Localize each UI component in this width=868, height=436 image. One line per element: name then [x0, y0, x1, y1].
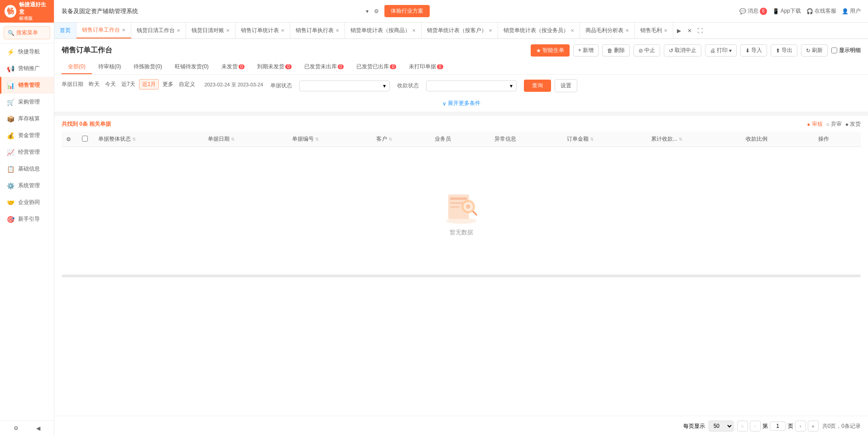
sidebar-item-purchase[interactable]: 🛒 采购管理: [0, 94, 54, 110]
query-button[interactable]: 查询: [524, 80, 551, 92]
sidebar-item-guide[interactable]: 🎯 新手引导: [0, 211, 54, 227]
delete-button[interactable]: 🗑 删除: [602, 44, 630, 57]
sort-collected-icon[interactable]: ⇅: [679, 137, 682, 142]
sub-tab-not-shipped[interactable]: 未发货0: [215, 60, 251, 74]
tab-close-sales-exec[interactable]: ✕: [336, 28, 339, 33]
horizontal-scrollbar[interactable]: [62, 275, 861, 277]
col-settings[interactable]: ⚙: [62, 132, 76, 147]
col-checkbox: [76, 132, 94, 147]
sub-tab-pending-review[interactable]: 待审核(0): [92, 60, 128, 74]
sidebar-item-quick-nav[interactable]: ⚡ 快捷导航: [0, 43, 54, 60]
tab-close-cash-reconcile[interactable]: ✕: [226, 28, 230, 33]
status-select[interactable]: ▾: [299, 81, 390, 91]
page-actions: ★ 智能生单 + 新增 🗑 删除 ⊘ 中止 ↺ 取消中止: [531, 44, 861, 57]
page-first-button[interactable]: «: [737, 421, 748, 431]
stop-button[interactable]: ⊘ 中止: [633, 44, 660, 57]
sort-status-icon[interactable]: ⇅: [132, 137, 136, 142]
solution-button[interactable]: 体验行业方案: [384, 5, 430, 17]
sidebar-item-inventory[interactable]: 📦 库存核算: [0, 110, 54, 127]
sort-customer-icon[interactable]: ⇅: [388, 137, 392, 142]
tab-close-sales-summary-customer[interactable]: ✕: [489, 28, 492, 33]
tab-sales-workbench[interactable]: 销售订单工作台 ✕: [77, 23, 131, 38]
tab-close-cash-daily[interactable]: ✕: [177, 28, 180, 33]
show-detail-checkbox[interactable]: [831, 47, 837, 53]
shortcut-more[interactable]: 更多: [161, 80, 175, 89]
sub-tab-pending-pick[interactable]: 待拣验货(0): [127, 60, 168, 74]
sidebar-settings-button[interactable]: ⚙: [14, 425, 19, 431]
tab-sales-summary-staff[interactable]: 销货单统计表（按业务员） ✕: [498, 23, 580, 38]
search-menu-button[interactable]: 🔍 搜索菜单: [4, 26, 50, 39]
shortcut-1month[interactable]: 近1月: [139, 79, 159, 90]
sidebar-item-system[interactable]: ⚙️ 系统管理: [0, 177, 54, 194]
shortcut-today[interactable]: 今天: [103, 80, 118, 89]
shortcut-yesterday[interactable]: 昨天: [87, 80, 101, 89]
import-button[interactable]: ⬇ 导入: [740, 44, 767, 57]
sort-amount-icon[interactable]: ⇅: [590, 137, 594, 142]
shortcut-custom[interactable]: 自定义: [177, 80, 197, 89]
sort-number-icon[interactable]: ⇅: [315, 137, 319, 142]
tab-sales-exec[interactable]: 销售订单执行表 ✕: [290, 23, 345, 38]
sub-tab-all[interactable]: 全部(0): [62, 60, 92, 74]
sidebar-collapse-button[interactable]: ◀: [36, 425, 40, 431]
show-detail-checkbox-label[interactable]: 显示明细: [831, 47, 861, 54]
app-download-button[interactable]: 📱 App下载: [772, 7, 801, 15]
tab-product-margin[interactable]: 商品毛利分析表 ✕: [580, 23, 635, 38]
search-icon: 🔍: [8, 30, 14, 36]
select-all-checkbox[interactable]: [82, 136, 88, 142]
refresh-button[interactable]: ↻ 刷新: [801, 44, 828, 57]
sub-tab-expired-not-shipped[interactable]: 到期未发货0: [251, 60, 298, 74]
shortcut-7days[interactable]: 近7天: [120, 80, 137, 89]
tab-close-sales-summary-product[interactable]: ✕: [412, 28, 416, 33]
sub-tab-wangpu-pending[interactable]: 旺铺待发货(0): [168, 60, 215, 74]
page-number-input[interactable]: [770, 422, 786, 431]
tab-close-sales-profit[interactable]: ✕: [664, 28, 667, 33]
batch-review-button[interactable]: ● 审核: [807, 120, 822, 128]
guide-icon: 🎯: [7, 216, 14, 223]
tab-cash-daily[interactable]: 钱货日清工作台 ✕: [131, 23, 186, 38]
per-page-select[interactable]: 50 100 200: [709, 421, 734, 431]
sub-tab-shipped-out[interactable]: 已发货已出库0: [350, 60, 403, 74]
tab-cash-reconcile[interactable]: 钱货日清对账 ✕: [186, 23, 235, 38]
system-dropdown-button[interactable]: ▾: [366, 8, 369, 14]
page-prev-button[interactable]: ‹: [750, 421, 761, 431]
sidebar-item-enterprise[interactable]: 🤝 企业协同: [0, 194, 54, 211]
sidebar-item-marketing[interactable]: 📢 营销推广: [0, 60, 54, 77]
online-service-button[interactable]: 🎧 在线客服: [806, 7, 836, 15]
tab-sales-summary-customer[interactable]: 销货单统计表（按客户） ✕: [422, 23, 498, 38]
settings-gear-button[interactable]: ⚙: [374, 8, 379, 14]
messages-button[interactable]: 💬 消息 6: [739, 7, 767, 15]
smart-gen-button[interactable]: ★ 智能生单: [531, 44, 570, 57]
setting-button[interactable]: 设置: [555, 79, 577, 92]
tab-sales-stat[interactable]: 销售订单统计表 ✕: [235, 23, 290, 38]
empty-illustration: [439, 183, 484, 228]
tab-more-button[interactable]: ▶: [673, 28, 685, 34]
sidebar-item-operations[interactable]: 📈 经营管理: [0, 144, 54, 161]
sidebar-item-basic[interactable]: 📋 基础信息: [0, 161, 54, 177]
tab-expand-button[interactable]: ⛶: [695, 28, 705, 34]
print-button[interactable]: 🖨 打印 ▾: [705, 44, 737, 57]
cancel-stop-button[interactable]: ↺ 取消中止: [664, 44, 701, 57]
tab-close-sales-workbench[interactable]: ✕: [122, 28, 125, 33]
export-button[interactable]: ⬆ 导出: [771, 44, 797, 57]
page-next-button[interactable]: ›: [795, 421, 806, 431]
tab-close-all-button[interactable]: ✕: [685, 28, 695, 34]
tab-home[interactable]: 首页: [54, 23, 77, 38]
expand-more-button[interactable]: ∨ 展开更多条件: [442, 100, 480, 107]
tab-close-product-margin[interactable]: ✕: [625, 28, 629, 33]
tab-close-sales-stat[interactable]: ✕: [281, 28, 284, 33]
sort-date-icon[interactable]: ⇅: [231, 137, 235, 142]
batch-cancel-review-button[interactable]: ○ 弃审: [826, 120, 842, 128]
tab-sales-profit[interactable]: 销售毛利 ✕: [635, 23, 673, 38]
sub-tab-shipped-not-out[interactable]: 已发货未出库0: [298, 60, 350, 74]
sidebar-item-sales[interactable]: 📊 销售管理: [0, 77, 54, 94]
page-last-button[interactable]: »: [808, 421, 819, 431]
tab-close-sales-summary-staff[interactable]: ✕: [571, 28, 574, 33]
sub-tab-not-printed[interactable]: 未打印单据0: [403, 60, 450, 74]
sidebar-item-finance[interactable]: 💰 资金管理: [0, 127, 54, 144]
tab-sales-summary-product[interactable]: 销货单统计表（按商品） ✕: [345, 23, 422, 38]
batch-ship-button[interactable]: ● 发货: [845, 120, 861, 128]
operations-icon: 📈: [7, 149, 14, 156]
user-button[interactable]: 👤 用户: [842, 7, 861, 15]
add-button[interactable]: + 新增: [573, 44, 599, 57]
payment-select[interactable]: ▾: [426, 81, 517, 91]
